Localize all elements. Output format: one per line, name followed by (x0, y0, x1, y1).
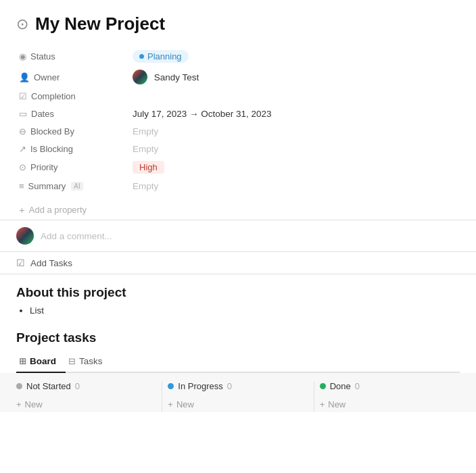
comment-input[interactable]: Add a comment... (41, 231, 112, 241)
new-btn-done-plus: + (320, 399, 325, 409)
priority-badge[interactable]: High (133, 161, 164, 174)
tab-tasks[interactable]: ⊟ Tasks (66, 352, 112, 373)
add-property-plus-icon: + (19, 204, 25, 216)
property-row-summary: ≡ Summary AI Empty (16, 177, 460, 195)
kanban-board: Not Started 0 + New In Progress 0 + (0, 373, 476, 412)
board-tab-label: Board (30, 356, 56, 366)
dates-icon: ▭ (19, 109, 27, 119)
new-btn-in-progress[interactable]: + New (168, 397, 308, 412)
board-tab-icon: ⊞ (19, 356, 26, 366)
col-count-done: 0 (355, 381, 360, 391)
about-title: About this project (16, 285, 460, 300)
dates-label-cell: ▭ Dates (19, 109, 127, 119)
project-title: My New Project (35, 14, 165, 34)
is-blocking-label: Is Blocking (30, 144, 73, 154)
add-tasks-row[interactable]: ☑ Add Tasks (16, 252, 460, 274)
property-row-is-blocking: ↗ Is Blocking Empty (16, 140, 460, 157)
col-dot-in-progress (168, 383, 174, 389)
priority-label-cell: ⊙ Priority (19, 162, 127, 172)
col-count-in-progress: 0 (227, 381, 232, 391)
col-count-not-started: 0 (75, 381, 80, 391)
status-badge[interactable]: Planning (133, 50, 189, 63)
col-header-in-progress: In Progress 0 (168, 381, 308, 391)
owner-label-cell: 👤 Owner (19, 72, 127, 82)
completion-label-cell: ☑ Completion (19, 91, 127, 101)
col-label-not-started: Not Started (26, 381, 71, 391)
priority-label: Priority (30, 162, 57, 172)
summary-value[interactable]: Empty (133, 181, 158, 191)
new-btn-not-started[interactable]: + New (16, 397, 156, 412)
blocked-by-label: Blocked By (30, 126, 74, 136)
col-dot-not-started (16, 383, 22, 389)
blocked-by-icon: ⊖ (19, 126, 26, 136)
col-sep-1 (162, 381, 162, 412)
property-row-owner: 👤 Owner Sandy Test (16, 66, 460, 88)
about-section: About this project List (16, 274, 460, 321)
kanban-col-in-progress: In Progress 0 + New (168, 381, 313, 412)
owner-avatar (133, 70, 147, 84)
new-btn-in-progress-plus: + (168, 399, 173, 409)
project-tasks-title: Project tasks (16, 330, 460, 345)
add-tasks-label: Add Tasks (30, 258, 72, 268)
about-list-item: List (30, 305, 460, 316)
priority-icon: ⊙ (19, 162, 26, 172)
blocked-by-value[interactable]: Empty (133, 126, 158, 136)
add-tasks-icon: ☑ (16, 257, 25, 268)
property-row-completion: ☑ Completion (16, 88, 460, 105)
project-title-icon: ⊙ (16, 16, 28, 33)
dates-value[interactable]: July 17, 2023 → October 31, 2023 (133, 109, 272, 119)
col-header-done: Done 0 (320, 381, 460, 391)
summary-label-cell: ≡ Summary AI (19, 181, 127, 191)
property-row-dates: ▭ Dates July 17, 2023 → October 31, 2023 (16, 105, 460, 122)
col-header-not-started: Not Started 0 (16, 381, 156, 391)
kanban-col-done: Done 0 + New (320, 381, 460, 412)
new-btn-in-progress-label: New (176, 399, 194, 409)
dates-label: Dates (31, 109, 54, 119)
property-row-priority: ⊙ Priority High (16, 157, 460, 177)
project-title-row: ⊙ My New Project (16, 14, 460, 34)
is-blocking-value[interactable]: Empty (133, 144, 158, 154)
new-btn-not-started-label: New (25, 399, 43, 409)
new-btn-done[interactable]: + New (320, 397, 460, 412)
status-label-cell: ◉ Status (19, 51, 127, 61)
comment-avatar (16, 227, 34, 245)
col-label-in-progress: In Progress (178, 381, 222, 391)
col-label-done: Done (330, 381, 351, 391)
property-row-blocked-by: ⊖ Blocked By Empty (16, 122, 460, 140)
completion-label: Completion (31, 91, 76, 101)
is-blocking-label-cell: ↗ Is Blocking (19, 144, 127, 154)
kanban-col-not-started: Not Started 0 + New (16, 381, 162, 412)
new-btn-not-started-plus: + (16, 399, 22, 409)
properties-table: ◉ Status Planning 👤 Owner (16, 47, 460, 195)
summary-label: Summary (28, 181, 66, 191)
tasks-tab-icon: ⊟ (68, 356, 76, 366)
owner-name: Sandy Test (154, 72, 199, 82)
col-sep-2 (314, 381, 314, 412)
tab-board[interactable]: ⊞ Board (16, 352, 66, 373)
is-blocking-icon: ↗ (19, 144, 26, 154)
owner-value[interactable]: Sandy Test (133, 72, 199, 82)
project-tasks-section: Project tasks ⊞ Board ⊟ Tasks Not Starte… (16, 321, 460, 412)
property-row-status: ◉ Status Planning (16, 47, 460, 66)
page-container: ⊙ My New Project ◉ Status Planning (0, 0, 476, 412)
about-list: List (16, 305, 460, 316)
completion-icon: ☑ (19, 91, 27, 101)
status-icon: ◉ (19, 51, 26, 61)
status-label: Status (30, 51, 55, 61)
blocked-by-label-cell: ⊖ Blocked By (19, 126, 127, 136)
add-property-row[interactable]: + Add a property (16, 200, 460, 220)
new-btn-done-label: New (328, 399, 346, 409)
summary-ai-badge: AI (71, 182, 82, 191)
add-property-label: Add a property (29, 205, 87, 215)
tabs-row: ⊞ Board ⊟ Tasks (16, 352, 460, 373)
col-dot-done (320, 383, 326, 389)
tasks-tab-label: Tasks (79, 356, 103, 366)
owner-icon: 👤 (19, 72, 30, 82)
summary-icon: ≡ (19, 181, 24, 191)
comment-row: Add a comment... (16, 220, 460, 251)
owner-label: Owner (34, 72, 60, 82)
